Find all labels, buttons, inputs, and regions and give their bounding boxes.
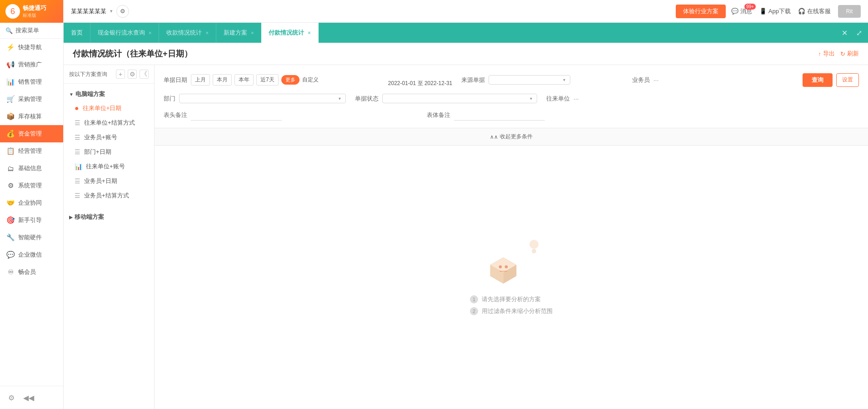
date-this-year[interactable]: 本年 (234, 74, 254, 86)
dept-select[interactable]: ▾ (179, 94, 346, 103)
query-btn[interactable]: 查询 (803, 73, 833, 87)
source-select-arrow: ▾ (563, 77, 565, 82)
sidebar-item-label: 销售管理 (18, 78, 42, 86)
chevron-right-icon: ▶ (69, 215, 73, 220)
sidebar-item-basic[interactable]: 🗂 基础信息 (0, 160, 63, 177)
topbar-app-download[interactable]: 📱 App下载 (759, 7, 791, 15)
sidebar-item-label: 库存核算 (18, 112, 42, 121)
sidebar-item-guide[interactable]: 🎯 新手引导 (0, 212, 63, 229)
empty-hint-2: 2 用过滤条件来缩小分析范围 (470, 307, 553, 315)
sidebar-item-finance[interactable]: 💰 资金管理 (0, 125, 63, 142)
sidebar-settings-btn[interactable]: ⚙ (5, 391, 18, 404)
topbar-avatar[interactable]: Rit (838, 5, 861, 18)
content-area: 按以下方案查询 + ⚙ 《 ▼ 电脑端方案 ● (64, 65, 868, 409)
basic-icon: 🗂 (6, 164, 15, 172)
table-body-note-field: 表体备注 (427, 110, 681, 121)
mobile-section-label: 移动端方案 (75, 213, 104, 221)
sidebar-search[interactable]: 🔍 搜索菜单 (0, 23, 63, 39)
sidebar-item-hardware[interactable]: 🔧 智能硬件 (0, 229, 63, 246)
date-custom-label[interactable]: 自定义 (302, 76, 319, 84)
topbar-dropdown-arrow[interactable]: ▾ (110, 8, 113, 14)
tab-new-scheme[interactable]: 新建方案 × (216, 23, 261, 43)
tab-home[interactable]: 首页 (64, 23, 90, 43)
scheme-item-partner-account[interactable]: 📊 往来单位+账号 (64, 159, 154, 174)
staff-ellipsis[interactable]: ··· (653, 76, 659, 84)
tab-payment-stat-close[interactable]: × (308, 30, 310, 35)
scheme-item-label: 往来单位+日期 (83, 104, 122, 112)
hint-text-2: 用过滤条件来缩小分析范围 (482, 307, 553, 315)
sidebar-item-operation[interactable]: 📋 经营管理 (0, 142, 63, 160)
dept-select-arrow: ▾ (339, 96, 341, 101)
date-this-month[interactable]: 本月 (213, 74, 232, 86)
scheme-panel: 按以下方案查询 + ⚙ 《 ▼ 电脑端方案 ● (64, 65, 155, 409)
table-header-note-input[interactable] (191, 110, 282, 121)
sidebar-item-system[interactable]: ⚙ 系统管理 (0, 177, 63, 194)
sidebar-item-label: 采购管理 (18, 95, 42, 103)
topbar-info: 某某某某某某 ▾ ⚙ (71, 5, 670, 18)
page-header-actions: ↑ 导出 ↻ 刷新 (818, 50, 859, 58)
topbar-company: 某某某某某某 (71, 7, 106, 15)
topbar-online-service[interactable]: 🎧 在线客服 (798, 7, 831, 15)
scheme-item-partner-date[interactable]: ● 往来单位+日期 (64, 101, 154, 116)
date-last-month[interactable]: 上月 (191, 74, 210, 86)
scheme-item-partner-settle[interactable]: ☰ 往来单位+结算方式 (64, 116, 154, 130)
tab-bank-flow-close[interactable]: × (149, 30, 151, 35)
sidebar-item-inventory[interactable]: 📦 库存核算 (0, 108, 63, 125)
logo-text-wrap: 畅捷通巧 标准版 (23, 4, 46, 19)
filter-settings-btn[interactable]: 设置 (836, 73, 859, 87)
refresh-btn[interactable]: ↻ 刷新 (840, 50, 859, 58)
sidebar-item-enterprise[interactable]: 🤝 企业协同 (0, 194, 63, 212)
partner-label: 往来单位 (546, 95, 570, 103)
date-last-7days[interactable]: 近7天 (256, 74, 279, 86)
topbar-messages[interactable]: 💬 消息 99+ (731, 7, 752, 15)
tab-receivable-close[interactable]: × (205, 30, 208, 35)
chevron-up-icon: ∧∧ (490, 134, 498, 140)
messages-badge: 99+ (744, 4, 756, 10)
collapse-bar[interactable]: ∧∧ 收起更多条件 (155, 128, 868, 146)
desktop-scheme-section-title[interactable]: ▼ 电脑端方案 (64, 87, 154, 101)
scheme-item-staff-account[interactable]: ☰ 业务员+账号 (64, 130, 154, 145)
scheme-collapse-btn[interactable]: 《 (140, 70, 149, 79)
sidebar-item-purchase[interactable]: 🛒 采购管理 (0, 91, 63, 108)
scheme-item-label: 部门+日期 (84, 148, 111, 156)
tab-payment-stat[interactable]: 付款情况统计 × (261, 23, 318, 43)
hardware-icon: 🔧 (6, 233, 15, 242)
scheme-add-btn[interactable]: + (116, 70, 125, 79)
voucher-status-select[interactable]: ▾ (382, 94, 537, 103)
logo-icon: 6 (5, 4, 20, 19)
tab-bank-flow[interactable]: 现金银行流水查询 × (90, 23, 159, 43)
scheme-item-staff-settle[interactable]: ☰ 业务员+结算方式 (64, 188, 154, 203)
tabs-right-actions: ✕ ⤢ (835, 23, 868, 43)
sidebar-item-vip[interactable]: ♾ 畅会员 (0, 263, 63, 281)
table-header-note-field: 表头备注 (164, 110, 418, 121)
filter-panel: 单据日期 上月 本月 本年 近7天 更多 自定义 2022-01-01 至 20… (155, 65, 868, 409)
table-body-note-input[interactable] (454, 110, 545, 121)
operation-icon: 📋 (6, 147, 15, 155)
date-options: 上月 本月 本年 近7天 更多 自定义 (191, 74, 319, 86)
date-more-btn[interactable]: 更多 (281, 75, 299, 85)
mobile-scheme-section-title[interactable]: ▶ 移动端方案 (64, 210, 154, 224)
scheme-settings-btn[interactable]: ⚙ (128, 70, 137, 79)
partner-ellipsis[interactable]: ··· (574, 95, 579, 102)
industry-btn[interactable]: 体验行业方案 (676, 5, 726, 18)
source-select[interactable]: ▾ (489, 75, 570, 85)
sidebar-item-label: 营销推广 (18, 61, 42, 69)
purchase-icon: 🛒 (6, 95, 15, 103)
tab-close-all-btn[interactable]: ✕ (839, 27, 850, 38)
export-btn[interactable]: ↑ 导出 (818, 50, 835, 58)
tab-receivable[interactable]: 收款情况统计 × (159, 23, 216, 43)
tab-new-scheme-close[interactable]: × (251, 30, 254, 35)
search-label: 搜索菜单 (15, 26, 39, 35)
sidebar-item-wechat[interactable]: 💬 企业微信 (0, 246, 63, 263)
scheme-item-staff-date[interactable]: ☰ 业务员+日期 (64, 174, 154, 188)
scheme-item-dept-date[interactable]: ☰ 部门+日期 (64, 145, 154, 159)
marketing-icon: 📢 (6, 61, 15, 69)
sidebar-item-sales[interactable]: 📊 销售管理 (0, 73, 63, 91)
sidebar-collapse-btn[interactable]: ◀◀ (22, 391, 35, 404)
topbar-settings-btn[interactable]: ⚙ (116, 5, 129, 18)
tab-expand-btn[interactable]: ⤢ (853, 27, 864, 38)
sidebar-item-marketing[interactable]: 📢 营销推广 (0, 56, 63, 73)
sidebar-item-quick-nav[interactable]: ⚡ 快捷导航 (0, 39, 63, 56)
empty-hint-1: 1 请先选择要分析的方案 (470, 295, 553, 303)
sidebar-item-label: 经营管理 (18, 147, 42, 155)
